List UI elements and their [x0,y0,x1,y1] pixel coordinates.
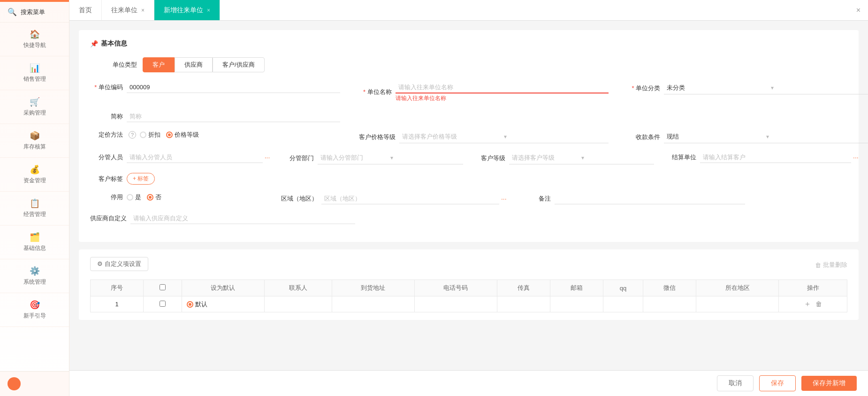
row-wechat [643,296,696,312]
short-name-input[interactable] [127,111,340,122]
row-supplier-custom: 供应商自定义 [90,213,847,224]
radio-disabled-no[interactable]: 否 [147,193,161,202]
radio-yes-circle [127,194,133,201]
user-avatar [8,377,21,390]
th-region: 所在地区 [696,280,779,296]
pricing-method-label: 定价方法 [90,131,123,139]
tab-counterparty-close[interactable]: × [141,7,145,14]
cancel-button[interactable]: 取消 [717,375,754,391]
region-input[interactable] [321,193,499,204]
row-add-icon[interactable]: ＋ [804,300,811,308]
radio-no-label: 否 [155,193,161,202]
pin-icon: 📌 [90,40,98,47]
tab-counterparty[interactable]: 往来单位 × [102,0,154,20]
manager-more-btn[interactable]: ··· [263,154,272,161]
radio-price-level-dot [168,133,171,136]
chevron-down-icon: ▾ [771,85,868,91]
sidebar-item-guide[interactable]: 🎯 新手引导 [0,293,69,327]
field-customer-price-level: 客户价格等级 请选择客户价格等级 ▾ [359,131,609,143]
row-action: ＋ 🗑 [779,296,847,312]
payment-terms-select[interactable]: 现结 ▾ [664,131,868,143]
field-unit-category: 单位分类 未分类 ▾ [627,82,868,94]
row-pricing: 定价方法 ? 折扣 价格等级 [90,131,847,143]
sidebar-item-label: 库存核算 [23,143,46,151]
add-tag-button[interactable]: + 标签 [127,173,155,185]
radio-yes-label: 是 [135,193,141,202]
chevron-down-icon3: ▾ [766,133,865,140]
inventory-icon: 📦 [30,131,40,141]
tab-new-counterparty[interactable]: 新增往来单位 × [154,0,220,20]
sidebar-item-purchase[interactable]: 🛒 采购管理 [0,90,69,124]
th-wechat: 微信 [643,280,696,296]
sidebar-item-sales[interactable]: 📊 销售管理 [0,56,69,90]
sidebar-search-label: 搜索菜单 [21,8,45,16]
field-payment-terms: 收款条件 现结 ▾ ? [627,131,868,143]
settlement-unit-more-btn[interactable]: ··· [851,154,860,161]
sidebar-item-base[interactable]: 🗂️ 基础信息 [0,225,69,259]
save-and-new-button[interactable]: 保存并新增 [801,376,857,391]
radio-price-level[interactable]: 价格等级 [166,131,199,139]
sidebar-item-finance[interactable]: 💰 资金管理 [0,158,69,192]
row-delete-icon[interactable]: 🗑 [815,300,822,308]
sidebar-item-inventory[interactable]: 📦 库存核算 [0,124,69,158]
th-seq: 序号 [91,280,144,296]
remark-input[interactable] [555,193,745,204]
unit-category-select[interactable]: 未分类 ▾ [664,82,868,94]
unit-code-input[interactable] [127,82,340,93]
sidebar-item-system[interactable]: ⚙️ 系统管理 [0,259,69,293]
radio-discount-circle [140,132,146,138]
tab-home-label: 首页 [79,6,92,15]
payment-terms-label: 收款条件 [627,133,660,141]
custom-settings-button[interactable]: ⚙ 自定义项设置 [90,257,148,271]
th-email: 邮箱 [550,280,603,296]
section-title: 📌 基本信息 [90,39,847,48]
sidebar-item-label: 资金管理 [23,177,46,185]
manager-input[interactable] [127,152,263,163]
row-disabled-region: 停用 是 否 区 [90,193,847,204]
field-settlement-unit: 结算单位 ··· [663,152,860,163]
row-phone [414,296,497,312]
unit-type-supplier[interactable]: 供应商 [175,57,213,72]
window-close-button[interactable]: × [849,0,868,20]
department-select[interactable]: 请输入分管部门 ▾ [318,152,463,164]
remark-label: 备注 [518,194,551,203]
sidebar-item-operations[interactable]: 📋 经营管理 [0,192,69,225]
radio-discount[interactable]: 折扣 [140,131,160,139]
supplier-custom-input[interactable] [130,213,355,224]
customer-level-select[interactable]: 请选择客户等级 ▾ [509,152,654,164]
radio-no-circle [147,194,153,201]
row-checkbox[interactable] [160,301,166,307]
radio-disabled-yes[interactable]: 是 [127,193,141,202]
region-more-btn[interactable]: ··· [499,195,509,202]
field-short-name: 简称 [90,111,340,122]
save-button[interactable]: 保存 [759,375,796,391]
sidebar-item-quick-nav[interactable]: 🏠 快捷导航 [0,23,69,56]
tab-home[interactable]: 首页 [69,0,102,20]
row-address [332,296,415,312]
pricing-help-icon[interactable]: ? [129,131,136,139]
field-remark: 备注 [518,193,745,204]
basic-info-card: 📌 基本信息 单位类型 客户 供应商 客户/供应商 单位编码 单位名称 [79,30,859,242]
row-qq [603,296,643,312]
batch-delete-area: 🗑 批量删除 [815,261,847,269]
sidebar-search[interactable]: 🔍 搜索菜单 [0,2,69,23]
unit-type-customer[interactable]: 客户 [143,57,175,72]
settlement-unit-input[interactable] [700,152,851,163]
customer-level-placeholder: 请选择客户等级 [512,154,582,162]
tab-new-counterparty-close[interactable]: × [207,7,210,14]
radio-discount-label: 折扣 [148,131,160,139]
row-default-radio[interactable]: 默认 [187,300,259,309]
unit-name-wrap: 请输入往来单位名称 [396,82,609,102]
customer-tag-label: 客户标签 [90,175,123,183]
table-select-all-checkbox[interactable] [160,284,166,290]
unit-category-value: 未分类 [667,84,770,92]
customer-price-level-placeholder: 请选择客户价格等级 [402,132,504,141]
unit-name-input[interactable] [396,82,609,93]
radio-price-level-circle [166,132,173,138]
customer-level-label: 客户等级 [472,154,505,163]
th-fax: 传真 [497,280,550,296]
th-address: 到货地址 [332,280,415,296]
tab-counterparty-label: 往来单位 [111,6,137,15]
unit-type-both[interactable]: 客户/供应商 [213,57,265,72]
customer-price-level-select[interactable]: 请选择客户价格等级 ▾ [399,131,609,143]
